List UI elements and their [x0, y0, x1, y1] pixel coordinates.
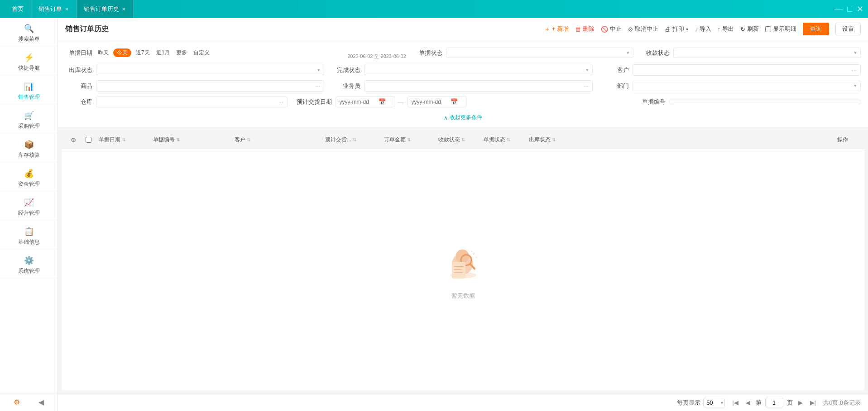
collapse-row[interactable]: ∧ 收起更多条件 [65, 112, 861, 121]
sidebar-item-inventory[interactable]: 📦 库存核算 [0, 134, 58, 163]
select-all-checkbox[interactable] [86, 137, 91, 143]
table-header: ⚙ 单据日期 ⇅ 单据编号 ⇅ 客户 ⇅ 预计交货... [62, 131, 864, 149]
sidebar-collapse-icon[interactable]: ◀ [38, 398, 44, 406]
sidebar-settings-icon[interactable]: ⚙ [14, 398, 20, 406]
pagination: |◀ ◀ 第 页 ▶ ▶| [730, 398, 818, 407]
sidebar-item-management[interactable]: 📈 经营管理 [0, 192, 58, 221]
show-details-checkbox-wrap[interactable]: 显示明细 [765, 25, 796, 33]
more-btn[interactable]: 更多 [174, 48, 189, 57]
tab-home[interactable]: 首页 [5, 0, 31, 18]
trash-icon: 🗑 [575, 26, 581, 33]
sidebar-item-system[interactable]: ⚙️ 系统管理 [0, 250, 58, 279]
settings-button[interactable]: 设置 [835, 23, 861, 35]
customer-input[interactable]: ··· [633, 64, 861, 76]
page-label: 第 [756, 399, 762, 407]
page-title: 销售订单历史 [65, 24, 109, 34]
warehouse-input[interactable]: ··· [96, 96, 288, 107]
col-date[interactable]: 单据日期 ⇅ [95, 136, 149, 144]
trending-icon: 📈 [24, 198, 34, 208]
sidebar-item-purchase[interactable]: 🛒 采购管理 [0, 105, 58, 134]
delivery-date-from-wrap[interactable]: 📅 [336, 96, 394, 107]
delivery-date-to-wrap[interactable]: 📅 [408, 96, 466, 107]
per-page-select[interactable]: 20 50 100 200 [703, 398, 725, 407]
next-page-button[interactable]: ▶ [796, 398, 805, 407]
export-button[interactable]: ↑ 导出 [718, 25, 734, 33]
order-status-select[interactable]: ▾ [446, 48, 633, 58]
salesperson-input[interactable]: ··· [364, 80, 592, 92]
close-history-tab[interactable]: ✕ [122, 6, 126, 12]
date-label: 单据日期 [65, 49, 92, 57]
sort-amount-icon: ⇅ [407, 137, 411, 142]
sidebar-item-search[interactable]: 🔍 搜索菜单 [0, 18, 58, 47]
salesperson-dots[interactable]: ··· [584, 82, 589, 89]
import-button[interactable]: ↓ 导入 [695, 25, 711, 33]
out-status-arrow: ▾ [317, 67, 320, 73]
filter-date: 单据日期 昨天 今天 近7天 近1月 更多 自定义 [65, 48, 393, 57]
tab-sales-order[interactable]: 销售订单 ✕ [31, 0, 77, 18]
goods-dots[interactable]: ··· [315, 82, 320, 89]
close-sales-order-tab[interactable]: ✕ [65, 6, 69, 12]
sidebar-item-shortcuts[interactable]: ⚡ 快捷导航 [0, 47, 58, 76]
out-status-select[interactable]: ▾ [96, 65, 324, 75]
content-area: 销售订单历史 ＋ + 新增 🗑 删除 🚫 中止 ⊘ 取消中止 [58, 18, 868, 411]
col-amount[interactable]: 订单金额 ⇅ [380, 136, 435, 144]
delivery-date-from[interactable] [340, 99, 376, 105]
prev-page-button[interactable]: ◀ [744, 398, 752, 407]
cancel-stop-button[interactable]: ⊘ 取消中止 [628, 25, 658, 33]
col-order-status[interactable]: 单据状态 ⇅ [480, 136, 525, 144]
department-select[interactable]: ▾ [633, 81, 861, 91]
first-page-button[interactable]: |◀ [730, 398, 740, 407]
col-client[interactable]: 客户 ⇅ [231, 136, 321, 144]
complete-status-select[interactable]: ▾ [364, 65, 592, 75]
filter-row-3: 商品 ··· 业务员 ··· 部门 [65, 80, 861, 92]
delivery-date-to[interactable] [412, 99, 448, 105]
filter-row-2: 出库状态 ▾ 完成状态 ▾ 客户 [65, 64, 861, 76]
close-window-button[interactable]: ✕ [857, 4, 863, 14]
warehouse-dots[interactable]: ··· [278, 98, 283, 105]
col-action: 操作 [834, 136, 861, 144]
table-area: ⚙ 单据日期 ⇅ 单据编号 ⇅ 客户 ⇅ 预计交货... [62, 131, 864, 390]
minimize-button[interactable]: — [834, 5, 843, 14]
tab-bar: 首页 销售订单 ✕ 销售订单历史 ✕ [5, 0, 834, 18]
payment-status-select[interactable]: ▾ [673, 48, 861, 58]
today-btn[interactable]: 今天 [113, 48, 131, 57]
delivery-date-label: 预计交货日期 [297, 98, 332, 106]
cart-icon: 🛒 [24, 111, 34, 121]
show-details-checkbox[interactable] [765, 26, 771, 32]
stop-button[interactable]: 🚫 中止 [601, 25, 622, 33]
maximize-button[interactable]: □ [847, 5, 852, 14]
empty-text: 暂无数据 [451, 292, 475, 300]
tab-sales-order-history[interactable]: 销售订单历史 ✕ [77, 0, 134, 18]
col-sn[interactable]: 单据编号 ⇅ [149, 136, 231, 144]
complete-status-arrow: ▾ [586, 67, 589, 73]
query-button[interactable]: 查询 [803, 23, 829, 35]
table-settings-icon[interactable]: ⚙ [65, 136, 82, 144]
col-delivery[interactable]: 预计交货... ⇅ [321, 136, 380, 144]
sidebar-item-base-info[interactable]: 📋 基础信息 [0, 221, 58, 250]
department-arrow: ▾ [854, 83, 857, 89]
delete-button[interactable]: 🗑 删除 [575, 25, 595, 33]
order-sn-input[interactable] [669, 100, 861, 104]
print-button[interactable]: 🖨 打印 ▾ [665, 25, 688, 33]
stop-icon: 🚫 [601, 26, 608, 33]
new-button[interactable]: ＋ + 新增 [544, 25, 569, 33]
sidebar-item-finance[interactable]: 💰 资金管理 [0, 163, 58, 192]
last7-btn[interactable]: 近7天 [134, 48, 152, 57]
empty-illustration [441, 239, 486, 285]
svg-point-11 [470, 251, 472, 252]
page-input[interactable] [765, 398, 783, 407]
refresh-button[interactable]: ↻ 刷新 [740, 25, 759, 33]
order-sn-label: 单据编号 [638, 98, 666, 106]
sidebar-item-sales[interactable]: 📊 销售管理 [0, 76, 58, 105]
customer-dots[interactable]: ··· [852, 67, 857, 73]
lightning-icon: ⚡ [24, 53, 34, 63]
yesterday-btn[interactable]: 昨天 [96, 48, 110, 57]
last-page-button[interactable]: ▶| [808, 398, 818, 407]
col-pay-status[interactable]: 收款状态 ⇅ [435, 136, 480, 144]
col-out-status[interactable]: 出库状态 ⇅ [525, 136, 571, 144]
goods-input[interactable]: ··· [96, 80, 324, 92]
last1m-btn[interactable]: 近1月 [154, 48, 172, 57]
delivery-date-control: 📅 — 📅 [336, 96, 630, 107]
custom-btn[interactable]: 自定义 [192, 48, 211, 57]
print-dropdown-icon: ▾ [686, 27, 688, 32]
